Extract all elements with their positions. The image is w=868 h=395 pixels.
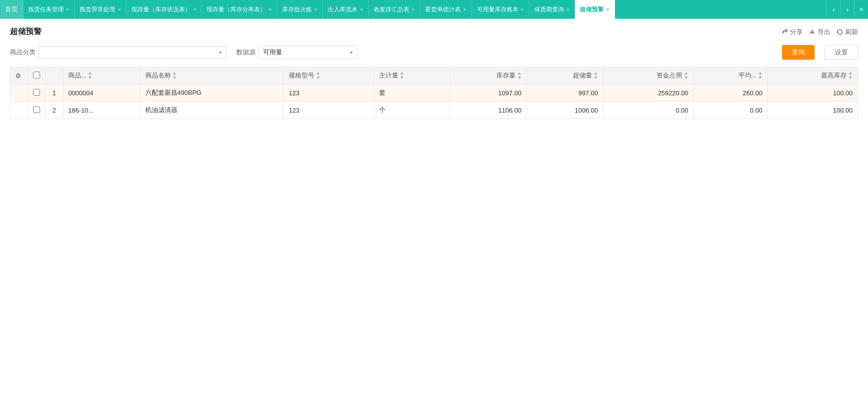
sort-icon: ▲▼: [758, 71, 762, 80]
sort-icon: ▲▼: [517, 71, 521, 80]
nav-item-batch-account[interactable]: 库存批次账 ×: [277, 0, 323, 19]
sort-icon: ▲▼: [400, 71, 404, 80]
row-checkbox-cell[interactable]: [28, 102, 45, 119]
close-icon[interactable]: ×: [521, 6, 524, 12]
table-header-row: ⚙ 商品... ▲▼ 商品名称 ▲▼: [10, 67, 858, 84]
row-overstock: 997.00: [527, 84, 604, 102]
nav-left-arrow[interactable]: ‹: [826, 0, 840, 19]
datasource-filter: 数据源 可用量 ▾: [236, 45, 357, 59]
datasource-label: 数据源: [236, 48, 256, 57]
close-icon[interactable]: ×: [606, 6, 609, 12]
sort-icon: ▲▼: [173, 71, 177, 80]
share-button[interactable]: 分享: [781, 28, 803, 37]
chevron-down-icon: ▾: [219, 49, 222, 56]
close-icon[interactable]: ×: [118, 6, 121, 12]
row-spec: 123: [284, 84, 374, 102]
chevron-down-icon: ▾: [350, 49, 353, 56]
datasource-select[interactable]: 可用量 ▾: [259, 45, 357, 59]
nav-arrows: ‹ › ×: [826, 0, 868, 19]
export-button[interactable]: 导出: [809, 28, 830, 37]
th-gear[interactable]: ⚙: [10, 67, 28, 84]
row-number: 2: [45, 102, 63, 119]
row-avg: 0.00: [694, 102, 768, 119]
nav-item-flow[interactable]: 出入库流水 ×: [323, 0, 368, 19]
table-row: 2 186-10... 机油滤清器 123 个 1106.00 1006.00 …: [10, 102, 858, 119]
nav-item-task-mgmt[interactable]: 拣货任务管理 ×: [23, 0, 75, 19]
row-name: 六配套新昌490BPG: [140, 84, 284, 102]
row-unit: 套: [374, 84, 450, 102]
page-header: 超储预警 分享 导出 刷新: [10, 27, 858, 37]
row-overstock: 1006.00: [527, 102, 604, 119]
th-name[interactable]: 商品名称 ▲▼: [140, 67, 284, 84]
row-capital: 259220.00: [603, 84, 694, 102]
nav-item-order-stat[interactable]: 要货单统计表 ×: [420, 0, 472, 19]
category-label: 商品分类: [10, 48, 36, 57]
nav-right-arrow[interactable]: ›: [840, 0, 854, 19]
row-checkbox[interactable]: [33, 106, 40, 113]
nav-item-stock-dist[interactable]: 现存量（库存分布表） ×: [202, 0, 277, 19]
row-checkbox[interactable]: [33, 89, 40, 96]
row-unit: 个: [374, 102, 450, 119]
row-code: 0000004: [63, 84, 140, 102]
nav-item-shelf-life[interactable]: 保质期查询 ×: [529, 0, 575, 19]
nav-item-overstock[interactable]: 超储预警 ×: [575, 0, 614, 19]
query-button[interactable]: 查询: [782, 45, 815, 60]
nav-item-home[interactable]: 首页: [0, 0, 23, 19]
close-icon[interactable]: ×: [360, 6, 363, 12]
settings-button[interactable]: 设置: [825, 45, 858, 60]
row-max-stock: 100.00: [768, 102, 858, 119]
nav-item-summary[interactable]: 收发存汇总表 ×: [369, 0, 420, 19]
sort-icon: ▲▼: [316, 71, 320, 80]
row-number: 1: [45, 84, 63, 102]
nav-item-stock-status[interactable]: 现存量（库存状况表） ×: [127, 0, 202, 19]
close-icon[interactable]: ×: [412, 6, 415, 12]
sort-icon: ▲▼: [88, 71, 92, 80]
th-code[interactable]: 商品... ▲▼: [63, 67, 140, 84]
th-num: [45, 67, 63, 84]
nav-item-avail-book[interactable]: 可用量库存账本 ×: [472, 0, 529, 19]
close-icon[interactable]: ×: [268, 6, 271, 12]
nav-item-exception[interactable]: 拣货异常处理 ×: [75, 0, 126, 19]
row-code: 186-10...: [63, 102, 140, 119]
table-row: 1 0000004 六配套新昌490BPG 123 套 1097.00 997.…: [10, 84, 858, 102]
row-stock: 1106.00: [450, 102, 527, 119]
row-gear: [10, 102, 28, 119]
header-actions: 分享 导出 刷新: [781, 28, 858, 37]
refresh-icon: [836, 29, 843, 36]
select-all-checkbox[interactable]: [33, 72, 40, 79]
sort-icon: ▲▼: [594, 71, 598, 80]
close-icon[interactable]: ×: [193, 6, 196, 12]
row-name: 机油滤清器: [140, 102, 284, 119]
sort-icon: ▲▼: [684, 71, 688, 80]
filter-row: 商品分类 ▾ 数据源 可用量 ▾ 查询 设置: [10, 45, 858, 60]
row-checkbox-cell[interactable]: [28, 84, 45, 102]
gear-icon: ⚙: [15, 72, 21, 79]
row-avg: 260.00: [694, 84, 768, 102]
page-title: 超储预警: [10, 27, 42, 37]
th-max-stock[interactable]: 最高库存 ▲▼: [768, 67, 858, 84]
category-filter: 商品分类 ▾: [10, 46, 226, 59]
th-unit[interactable]: 主计量 ▲▼: [374, 67, 450, 84]
row-capital: 0.00: [603, 102, 694, 119]
close-icon[interactable]: ×: [314, 6, 317, 12]
th-checkbox: [28, 67, 45, 84]
sort-icon: ▲▼: [848, 71, 853, 80]
close-icon[interactable]: ×: [66, 6, 69, 12]
close-icon[interactable]: ×: [566, 6, 569, 12]
th-avg[interactable]: 平均... ▲▼: [694, 67, 768, 84]
top-nav: 首页 拣货任务管理 × 拣货异常处理 × 现存量（库存状况表） × 现存量（库存…: [0, 0, 868, 19]
th-overstock[interactable]: 超储量 ▲▼: [527, 67, 604, 84]
data-table: ⚙ 商品... ▲▼ 商品名称 ▲▼: [10, 67, 858, 119]
main-content: 超储预警 分享 导出 刷新: [0, 19, 868, 395]
th-stock[interactable]: 库存量 ▲▼: [450, 67, 527, 84]
row-stock: 1097.00: [450, 84, 527, 102]
refresh-button[interactable]: 刷新: [836, 28, 858, 37]
category-select[interactable]: ▾: [39, 46, 226, 59]
export-icon: [809, 29, 816, 36]
nav-close-arrow[interactable]: ×: [854, 0, 868, 19]
th-spec[interactable]: 规格型号 ▲▼: [284, 67, 374, 84]
close-icon[interactable]: ×: [463, 6, 466, 12]
th-capital[interactable]: 资金占用 ▲▼: [603, 67, 694, 84]
row-gear: [10, 84, 28, 102]
row-spec: 123: [284, 102, 374, 119]
